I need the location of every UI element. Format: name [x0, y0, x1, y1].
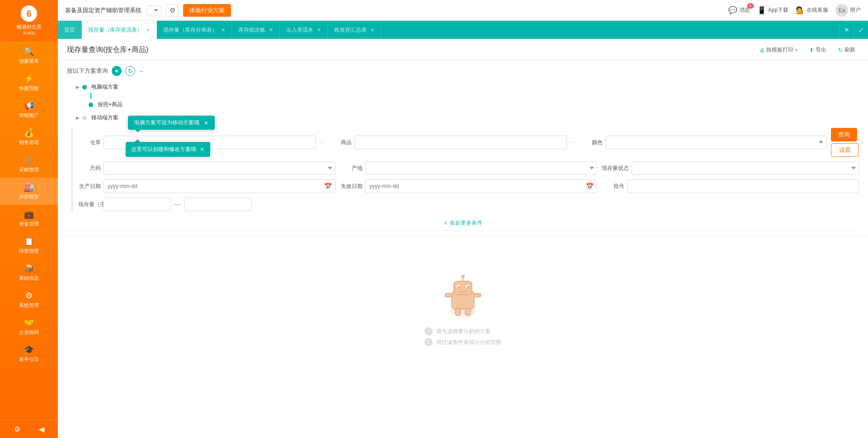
content-inner: 现存量查询(按仓库+商品) 🖨 按模板打印 ▾ ⬆ 导出 ↻ 刷新 — [58, 39, 868, 438]
collapse-icon: ∧ — [443, 220, 448, 226]
sidebar-item-finance[interactable]: 💼 资金管理 — [0, 205, 58, 232]
marketing-icon: 📢 — [24, 101, 34, 111]
reset-button[interactable]: 设置 — [831, 143, 859, 157]
goods-field: 商品 ··· — [329, 136, 576, 149]
sidebar-item-search-menu[interactable]: 🔍 搜索菜单 — [0, 42, 58, 69]
sidebar-item-basic-info[interactable]: 📦 基础信息 — [0, 259, 58, 286]
sales-icon: 💰 — [24, 128, 34, 138]
main-area: 装备及固定资产辅助管理系统 ⚙ 体验行业方案 💬 消息 9 📱 App下载 💁 … — [58, 0, 868, 438]
print-btn[interactable]: 🖨 按模板打印 ▾ — [755, 44, 801, 56]
sidebar-item-operations[interactable]: 📋 经营管理 — [0, 232, 58, 259]
svg-rect-10 — [474, 293, 481, 297]
produce-date-label: 生产日期 — [78, 183, 101, 190]
produce-date-input[interactable] — [104, 179, 335, 193]
sidebar-item-label: 营销推广 — [19, 112, 39, 119]
system-select[interactable] — [146, 5, 161, 15]
collapse-bar[interactable]: ∧ 收起更多条件 — [67, 216, 859, 231]
content-area: 现存量查询(按仓库+商品) 🖨 按模板打印 ▾ ⬆ 导出 ↻ 刷新 — [58, 39, 868, 438]
tab-inventory-status-close[interactable]: ✕ — [146, 27, 150, 33]
stock-main-field: 现存量（主） — — [78, 198, 250, 211]
empty-steps: 1 请先选择要分析的方案 2 用过滤条件来缩小分析范围 — [425, 327, 501, 349]
filter-add-btn[interactable]: + — [112, 66, 122, 76]
tab-flow[interactable]: 出入库流水 ✕ — [280, 21, 328, 39]
filter-btn-group: ↻ — [125, 66, 135, 76]
mobile-scheme-arrow: ▶ — [76, 115, 80, 120]
sidebar-item-newbie[interactable]: 🎓 新手引导 — [0, 340, 58, 367]
origin-select[interactable] — [365, 161, 597, 175]
tab-batch-ledger-label: 库存批次账 — [238, 26, 265, 34]
export-btn[interactable]: ⬆ 导出 — [806, 44, 830, 56]
tab-batch-ledger[interactable]: 库存批次账 ✕ — [232, 21, 280, 39]
expire-date-calendar-icon[interactable]: 📅 — [586, 183, 594, 190]
refresh-btn[interactable]: ↻ 刷新 — [835, 44, 859, 56]
sidebar-settings-btn[interactable]: ⚙ — [14, 425, 20, 433]
scheme-popup-text: 电脑方案可设为移动方案哦 — [134, 119, 199, 127]
finance-icon: 💼 — [24, 209, 34, 219]
expire-date-input[interactable] — [365, 179, 597, 193]
color-select[interactable] — [605, 136, 826, 149]
filter-arrow-btn[interactable]: ← — [139, 67, 145, 75]
topbar: 装备及固定资产辅助管理系统 ⚙ 体验行业方案 💬 消息 9 📱 App下载 💁 … — [58, 0, 868, 21]
tab-inventory-dist[interactable]: 现存量（库存分布表） ✕ — [157, 21, 232, 39]
sidebar-item-marketing[interactable]: 📢 营销推广 — [0, 96, 58, 123]
svg-rect-12 — [465, 308, 471, 316]
produce-date-wrap: 📅 — [104, 179, 335, 193]
tab-summary-close[interactable]: ✕ — [370, 27, 374, 33]
tab-expand-btn[interactable]: ⤢ — [854, 21, 868, 39]
sidebar-item-label: 采购管理 — [19, 166, 39, 173]
scheme-tooltip-close[interactable]: ✕ — [200, 146, 205, 153]
sidebar-item-label: 搜索菜单 — [19, 58, 39, 65]
produce-date-calendar-icon[interactable]: 📅 — [324, 183, 332, 190]
sidebar-item-purchase[interactable]: 🛒 采购管理 — [0, 151, 58, 178]
sidebar-item-inventory[interactable]: 🏭 库存核算 — [0, 178, 58, 205]
svg-point-8 — [462, 275, 464, 278]
sidebar-item-label: 基础信息 — [19, 275, 39, 282]
user-menu[interactable]: Ea 用户 — [835, 4, 861, 17]
tab-summary[interactable]: 收发存汇总表 ✕ — [328, 21, 381, 39]
scheme-popup-close[interactable]: ✕ — [204, 120, 208, 126]
stock-status-field: 现存量状态 — [602, 161, 859, 175]
sidebar-item-sales[interactable]: 💰 销售管理 — [0, 123, 58, 151]
sidebar-item-label: 系统管理 — [19, 302, 39, 309]
tab-close-all-btn[interactable]: ✕ — [839, 21, 854, 39]
app-download-btn[interactable]: 📱 App下载 — [757, 6, 788, 14]
sidebar-item-quick-nav[interactable]: ⚡ 快捷导航 — [0, 69, 58, 96]
size-select[interactable] — [104, 161, 335, 175]
empty-step-1: 1 请先选择要分析的方案 — [425, 327, 501, 335]
tab-flow-close[interactable]: ✕ — [317, 27, 321, 33]
online-service-btn[interactable]: 💁 在线客服 — [796, 6, 828, 14]
tab-home[interactable]: 首页 — [58, 21, 82, 39]
sidebar-item-system[interactable]: ⚙ 系统管理 — [0, 286, 58, 313]
origin-label: 产地 — [340, 165, 363, 172]
sidebar: 6 畅通好生意 标准版 🔍 搜索菜单 ⚡ 快捷导航 📢 营销推广 💰 销售管理 … — [0, 0, 58, 438]
tab-inventory-dist-close[interactable]: ✕ — [221, 27, 225, 33]
tab-inventory-status[interactable]: 现存量（库存状况表） ✕ — [82, 21, 157, 39]
trial-button[interactable]: 体验行业方案 — [183, 4, 231, 17]
tab-batch-ledger-close[interactable]: ✕ — [269, 27, 273, 33]
goods-dots[interactable]: ··· — [570, 138, 576, 146]
stock-status-select[interactable] — [632, 161, 859, 175]
stock-main-to-input[interactable] — [184, 198, 252, 211]
message-badge: 9 — [747, 3, 754, 9]
page-header: 现存量查询(按仓库+商品) 🖨 按模板打印 ▾ ⬆ 导出 ↻ 刷新 — [58, 39, 868, 61]
goods-input[interactable] — [354, 136, 567, 149]
step-1-text: 请先选择要分析的方案 — [436, 328, 491, 335]
batch-input[interactable] — [627, 179, 859, 193]
pc-scheme-item[interactable]: ▶ 电脑端方案 — [76, 81, 850, 93]
message-btn[interactable]: 💬 消息 9 — [728, 6, 750, 14]
topbar-gear-btn[interactable]: ⚙ — [166, 4, 179, 17]
sidebar-item-label: 销售管理 — [19, 139, 39, 146]
scheme-popup: 电脑方案可设为移动方案哦 ✕ — [128, 116, 215, 130]
newbie-icon: 🎓 — [24, 345, 34, 355]
enterprise-icon: 🤝 — [24, 318, 34, 328]
system-name: 装备及固定资产辅助管理系统 — [65, 6, 142, 14]
scheme-sub-row[interactable]: 按照+商品 — [89, 99, 850, 110]
filter-refresh-btn[interactable]: ↻ — [125, 66, 135, 76]
svg-point-5 — [458, 286, 460, 288]
sidebar-item-enterprise[interactable]: 🤝 企业协同 — [0, 313, 58, 340]
warehouse-dots[interactable]: ··· — [319, 138, 325, 146]
empty-step-2: 2 用过滤条件来缩小分析范围 — [425, 338, 501, 346]
sidebar-collapse-btn[interactable]: ◀ — [39, 425, 44, 433]
stock-main-from-input[interactable] — [104, 198, 171, 211]
search-button[interactable]: 查询 — [831, 128, 857, 141]
